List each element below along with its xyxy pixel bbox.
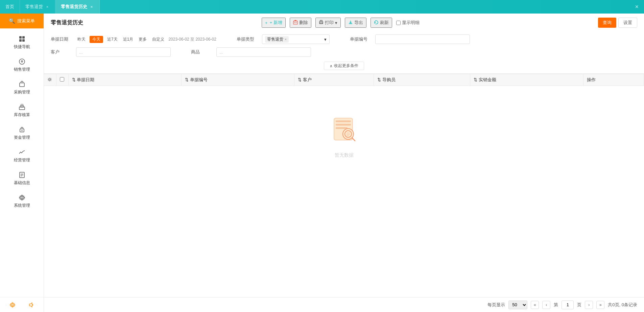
svg-point-17 <box>12 304 14 306</box>
sidebar-item-quick-nav[interactable]: 快捷导航 <box>0 31 44 54</box>
collapse-button[interactable]: ∧ 收起更多条件 <box>324 62 364 70</box>
voucher-type-tag-close[interactable]: × <box>285 37 287 41</box>
export-button[interactable]: 导出 <box>345 18 366 28</box>
filter-row-1: 单据日期 昨天 今天 近7天 近1月 更多 自定义 2023-06-02 至 2… <box>51 35 637 44</box>
page-label: 第 <box>554 302 558 308</box>
tab-retail-return-history[interactable]: 零售退货历史 × <box>55 0 100 14</box>
first-page-button[interactable]: « <box>531 301 539 309</box>
add-button[interactable]: + + 新增 <box>262 18 286 28</box>
sidebar-item-finance[interactable]: 资金管理 <box>0 122 44 144</box>
sidebar-item-label: 快捷导航 <box>14 44 30 50</box>
export-icon <box>348 20 353 26</box>
th-settings[interactable] <box>44 74 56 86</box>
page-title-row: 零售退货历史 + + 新增 删除 <box>51 18 637 28</box>
select-all-checkbox[interactable] <box>60 77 64 82</box>
sidebar-search[interactable]: 🔍 搜索菜单 <box>0 14 44 28</box>
date-btn-more[interactable]: 更多 <box>137 36 148 43</box>
svg-rect-6 <box>20 83 24 87</box>
print-button[interactable]: 打印 ▾ <box>315 18 341 28</box>
table-header-row: ⇅ 单据日期 ⇅ 单据编号 ⇅ 客户 ⇅ 导购员 ⇅ 实销金额 <box>44 74 644 86</box>
sidebar-bottom <box>0 297 44 312</box>
goods-input[interactable]: ... <box>216 47 311 57</box>
sidebar-search-label: 搜索菜单 <box>17 18 35 24</box>
page-size-select[interactable]: 10 20 50 100 <box>508 300 527 309</box>
print-icon <box>319 20 324 26</box>
inventory-icon <box>18 103 26 111</box>
customer-input[interactable]: ... <box>76 47 171 57</box>
empty-text: 暂无数据 <box>335 152 354 158</box>
data-table: ⇅ 单据日期 ⇅ 单据编号 ⇅ 客户 ⇅ 导购员 ⇅ 实销金额 <box>44 74 644 86</box>
voucher-type-label: 单据类型 <box>237 36 255 42</box>
window-close-button[interactable]: × <box>629 3 644 10</box>
tab-retail-return[interactable]: 零售退货 × <box>20 0 55 14</box>
table-wrap: ⇅ 单据日期 ⇅ 单据编号 ⇅ 客户 ⇅ 导购员 ⇅ 实销金额 <box>44 74 644 297</box>
svg-rect-19 <box>293 21 297 24</box>
voucher-type-select[interactable]: 零售退货 × ▾ <box>262 35 330 44</box>
svg-rect-25 <box>320 20 322 21</box>
page-label-suffix: 页 <box>577 302 581 308</box>
refresh-button[interactable]: 刷新 <box>371 18 392 28</box>
display-detail-input[interactable] <box>396 21 401 25</box>
th-guide[interactable]: ⇅ 导购员 <box>374 74 470 86</box>
purchase-icon <box>18 81 26 88</box>
date-btn-1month[interactable]: 近1月 <box>122 36 135 43</box>
goods-placeholder: ... <box>219 50 223 55</box>
search-icon: 🔍 <box>9 18 15 24</box>
th-customer[interactable]: ⇅ 客户 <box>294 74 374 86</box>
sidebar-item-inventory[interactable]: 库存核算 <box>0 99 44 122</box>
date-btn-custom[interactable]: 自定义 <box>151 36 166 43</box>
system-icon <box>18 194 26 201</box>
svg-rect-3 <box>22 39 25 42</box>
delete-button[interactable]: 删除 <box>290 18 311 28</box>
svg-rect-32 <box>336 127 348 129</box>
date-btn-yesterday[interactable]: 昨天 <box>76 36 87 43</box>
sidebar-item-operations[interactable]: 经营管理 <box>0 144 44 167</box>
display-detail-checkbox[interactable]: 显示明细 <box>396 20 420 26</box>
svg-point-16 <box>21 197 23 199</box>
svg-rect-0 <box>19 36 22 39</box>
settings-button[interactable]: 设置 <box>618 18 637 28</box>
sidebar-item-basic-info[interactable]: 基础信息 <box>0 167 44 190</box>
svg-rect-1 <box>22 36 25 39</box>
sidebar-settings-btn[interactable] <box>7 300 18 310</box>
date-filter-label: 单据日期 <box>51 36 69 42</box>
page-title: 零售退货历史 <box>51 19 83 26</box>
add-icon: + <box>265 20 268 25</box>
refresh-icon <box>374 20 379 26</box>
last-page-button[interactable]: » <box>596 301 604 309</box>
svg-point-28 <box>49 79 51 80</box>
th-amount[interactable]: ⇅ 实销金额 <box>470 74 583 86</box>
empty-state: 暂无数据 <box>44 86 644 185</box>
query-button[interactable]: 查询 <box>598 18 616 28</box>
sidebar-audio-btn[interactable] <box>26 300 36 310</box>
query-buttons: 查询 设置 <box>598 18 637 28</box>
svg-point-11 <box>21 130 22 131</box>
th-voucher-date[interactable]: ⇅ 单据日期 <box>68 74 181 86</box>
svg-rect-31 <box>336 124 351 126</box>
quick-nav-icon <box>18 35 26 43</box>
th-voucher-no[interactable]: ⇅ 单据编号 <box>181 74 294 86</box>
sidebar-item-purchase[interactable]: 采购管理 <box>0 76 44 99</box>
pagination-bar: 每页显示 10 20 50 100 « ‹ 第 页 › » 共0页, 0条记录 <box>44 297 644 312</box>
sidebar-item-label: 库存核算 <box>14 112 30 118</box>
sidebar-item-system[interactable]: 系统管理 <box>0 190 44 213</box>
tab-retail-return-history-close[interactable]: × <box>89 4 94 9</box>
th-checkbox[interactable] <box>56 74 68 86</box>
sidebar-item-sales[interactable]: 销售管理 <box>0 54 44 76</box>
next-page-button[interactable]: › <box>585 301 593 309</box>
sidebar-item-label: 基础信息 <box>14 180 30 186</box>
date-btn-today[interactable]: 今天 <box>90 36 103 43</box>
prev-page-button[interactable]: ‹ <box>542 301 550 309</box>
current-page-input[interactable] <box>562 300 574 309</box>
sidebar-item-label: 销售管理 <box>14 67 30 72</box>
svg-rect-26 <box>320 23 323 24</box>
tab-retail-return-close[interactable]: × <box>45 4 50 9</box>
date-range-text: 2023-06-02 至 2023-06-02 <box>168 37 216 42</box>
voucher-no-input[interactable] <box>375 35 470 44</box>
topbar: + 新增 首页 零售退货 × 零售退货历史 × × <box>0 0 644 14</box>
date-btn-7days[interactable]: 近7天 <box>106 36 119 43</box>
sidebar-item-label: 采购管理 <box>14 89 30 95</box>
total-info: 共0页, 0条记录 <box>608 302 637 308</box>
sales-icon <box>18 58 26 65</box>
tab-home[interactable]: + 新增 首页 <box>0 0 20 14</box>
